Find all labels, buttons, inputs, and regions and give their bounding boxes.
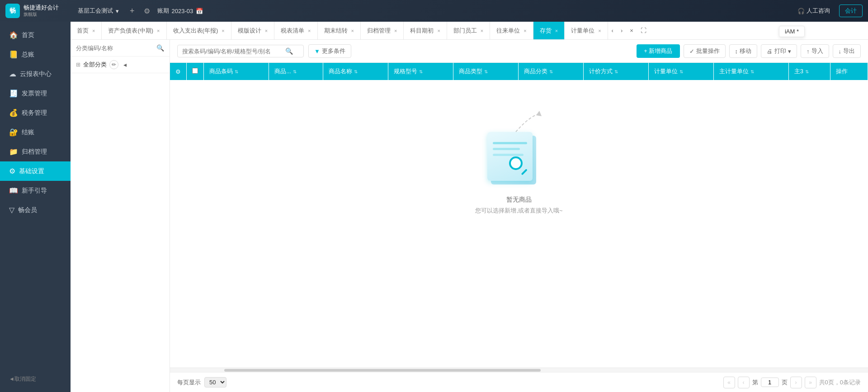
page-number-input[interactable] — [761, 378, 779, 387]
product-search-icon[interactable]: 🔍 — [285, 47, 293, 55]
sidebar-item-invoice[interactable]: 🧾 发票管理 — [0, 84, 71, 103]
tab-tax-clear[interactable]: 税表清单 × — [274, 22, 317, 39]
sidebar-item-member[interactable]: ▽ 畅会员 — [0, 200, 71, 220]
tab-label-balance: 资产负债表(中期) — [108, 27, 153, 35]
tab-close-income[interactable]: × — [222, 28, 224, 33]
sidebar-label-settings: 基础设置 — [19, 167, 44, 175]
sidebar-item-archive[interactable]: 📁 归档管理 — [0, 142, 71, 161]
select-all-checkbox[interactable] — [192, 68, 198, 74]
sort-spec-icon[interactable]: ⇅ — [419, 69, 423, 74]
th-gear[interactable]: ⚙ — [170, 63, 187, 80]
add-product-button[interactable]: + 新增商品 — [637, 44, 679, 58]
toolbar: 🔍 ▼ 更多条件 + 新增商品 ✓ 批量操作 — [170, 40, 868, 63]
tab-close-unit[interactable]: × — [598, 28, 601, 33]
settings-icon[interactable]: ⚙ — [142, 7, 152, 15]
sort-price-icon[interactable]: ⇅ — [614, 69, 618, 74]
tab-vendors[interactable]: 往来单位 × — [490, 22, 533, 39]
scroll-thumb[interactable] — [224, 369, 541, 372]
sidebar-item-settings[interactable]: ⚙ 基础设置 — [0, 161, 71, 181]
th-code: 商品... ⇅ — [269, 63, 323, 80]
tab-subject-init[interactable]: 科目期初 × — [404, 22, 447, 39]
close-period-icon: 🔐 — [9, 128, 18, 137]
grid-icon: ⊞ — [76, 61, 80, 68]
sort-name-icon[interactable]: ⇅ — [354, 69, 358, 74]
th-col3: 主3 ⇅ — [788, 63, 830, 80]
page-label: 第 — [752, 378, 758, 387]
tab-close-inventory[interactable]: × — [555, 28, 558, 33]
ledger-icon: 📒 — [9, 50, 18, 59]
sidebar-item-tax[interactable]: 💰 税务管理 — [0, 103, 71, 123]
add-tab-button[interactable]: + — [128, 6, 137, 16]
tab-next-button[interactable]: › — [617, 22, 626, 39]
tab-archive[interactable]: 归档管理 × — [361, 22, 404, 39]
company-selector[interactable]: 基层工会测试 ▾ — [74, 5, 123, 17]
tab-close-tax-clear[interactable]: × — [308, 28, 311, 33]
tab-close-home[interactable]: × — [92, 28, 95, 33]
tab-close-dept-staff[interactable]: × — [481, 28, 483, 33]
filter-icon: ▼ — [314, 48, 320, 55]
tab-dept-staff[interactable]: 部门员工 × — [447, 22, 490, 39]
th-main-unit: 主计量单位 ⇅ — [714, 63, 788, 80]
collapse-panel-button[interactable]: ◂ — [120, 60, 129, 69]
category-search-input[interactable] — [76, 45, 153, 52]
first-page-button[interactable]: « — [723, 377, 735, 388]
print-button[interactable]: 🖨 打印 ▾ — [761, 44, 797, 58]
app-name: 畅捷通好会计 — [24, 4, 59, 11]
tab-period-end[interactable]: 期末结转 × — [318, 22, 361, 39]
product-table: ⚙ 商品条码 ⇅ — [170, 63, 868, 80]
sidebar-label-reports: 云报表中心 — [20, 70, 52, 78]
sidebar-label-guide: 新手引导 — [22, 187, 47, 195]
move-button[interactable]: ↕ 移动 — [729, 44, 758, 58]
tab-close-all-button[interactable]: × — [626, 22, 637, 39]
sidebar-item-home[interactable]: 🏠 首页 — [0, 25, 71, 45]
tab-close-subject-init[interactable]: × — [437, 28, 440, 33]
batch-operation-button[interactable]: ✓ 批量操作 — [684, 44, 726, 58]
sidebar-item-reports[interactable]: ☁ 云报表中心 — [0, 64, 71, 84]
guide-icon: 📖 — [9, 186, 18, 195]
filter-button[interactable]: ▼ 更多条件 — [308, 44, 351, 58]
tab-home[interactable]: 首页 × — [71, 22, 102, 39]
tab-prev-button[interactable]: ‹ — [608, 22, 617, 39]
tab-expand-button[interactable]: ⛶ — [637, 22, 650, 39]
per-page-select[interactable]: 50 — [204, 377, 226, 387]
tab-balance[interactable]: 资产负债表(中期) × — [102, 22, 166, 39]
cloud-icon: ☁ — [9, 70, 16, 78]
sort-unit-icon[interactable]: ⇅ — [679, 69, 683, 74]
import-button[interactable]: ↑ 导入 — [801, 44, 829, 58]
product-search-input[interactable] — [182, 48, 282, 55]
sort-col3-icon[interactable]: ⇅ — [805, 69, 809, 74]
th-unit: 计量单位 ⇅ — [649, 63, 714, 80]
next-page-button[interactable]: › — [790, 377, 802, 388]
sort-type-icon[interactable]: ⇅ — [484, 69, 488, 74]
edit-category-button[interactable]: ✏ — [109, 60, 118, 69]
export-icon: ↓ — [839, 48, 842, 55]
sidebar-item-ledger[interactable]: 📒 总账 — [0, 45, 71, 64]
tab-inventory[interactable]: 存货 × — [533, 22, 565, 39]
export-button[interactable]: ↓ 导出 — [833, 44, 861, 58]
sort-main-unit-icon[interactable]: ⇅ — [750, 69, 754, 74]
tab-template[interactable]: 模版设计 × — [231, 22, 274, 39]
tab-close-balance[interactable]: × — [157, 28, 160, 33]
last-page-button[interactable]: » — [805, 377, 816, 388]
tab-close-period-end[interactable]: × — [351, 28, 354, 33]
tab-unit[interactable]: 计量单位 × — [565, 22, 608, 39]
sidebar-item-guide[interactable]: 📖 新手引导 — [0, 181, 71, 200]
period-label: 账期 — [157, 7, 169, 15]
account-button[interactable]: 会计 — [839, 5, 863, 17]
tab-income[interactable]: 收入支出表(年报) × — [167, 22, 231, 39]
horizontal-scrollbar[interactable] — [170, 368, 868, 372]
tab-close-template[interactable]: × — [265, 28, 268, 33]
tab-close-archive[interactable]: × — [394, 28, 397, 33]
calendar-icon[interactable]: 📅 — [196, 8, 203, 14]
sort-code-icon[interactable]: ⇅ — [293, 69, 297, 74]
prev-page-button[interactable]: ‹ — [738, 377, 750, 388]
sidebar-label-member: 畅会员 — [18, 206, 37, 214]
sort-barcode-icon[interactable]: ⇅ — [235, 69, 238, 74]
category-search-icon[interactable]: 🔍 — [156, 44, 164, 52]
sidebar-item-close[interactable]: 🔐 结账 — [0, 123, 71, 142]
th-checkbox[interactable] — [187, 63, 204, 80]
unpin-button[interactable]: ◄取消固定 — [0, 370, 71, 388]
sort-category-icon[interactable]: ⇅ — [549, 69, 553, 74]
tab-close-vendors[interactable]: × — [524, 28, 526, 33]
consult-button[interactable]: 🎧 人工咨询 — [794, 5, 834, 17]
